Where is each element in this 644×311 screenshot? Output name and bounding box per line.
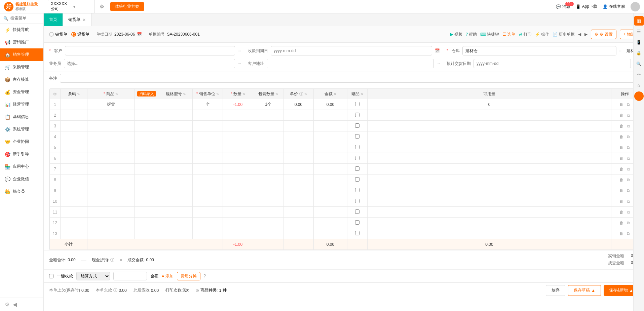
row-spec-1[interactable] bbox=[159, 99, 193, 110]
row-gift-4[interactable] bbox=[347, 131, 368, 142]
row-barcode-10[interactable] bbox=[61, 196, 87, 207]
row-gift-2[interactable] bbox=[347, 110, 368, 121]
row-amount-9[interactable] bbox=[314, 185, 347, 196]
row-amount-1[interactable]: 0.00 bbox=[314, 99, 347, 110]
sidebar-item-quick-nav[interactable]: ⚡ 快捷导航 bbox=[0, 24, 43, 36]
delete-icon-12[interactable]: 🗑 bbox=[619, 221, 623, 225]
customer-address-input[interactable] bbox=[267, 59, 434, 68]
expense-help-icon[interactable]: ? bbox=[204, 274, 206, 278]
sidebar-item-operation[interactable]: 📊 经营管理 bbox=[0, 98, 43, 111]
sidebar-item-finance[interactable]: 💰 资金管理 bbox=[0, 86, 43, 98]
row-barcode-6[interactable] bbox=[61, 153, 87, 164]
right-icon-search[interactable]: 🔍 bbox=[634, 59, 644, 69]
row-unit-price-2[interactable] bbox=[283, 110, 314, 121]
row-pack-qty-5[interactable] bbox=[253, 142, 283, 153]
delete-icon-9[interactable]: 🗑 bbox=[619, 188, 623, 193]
cash-discount-info-icon[interactable]: ⓘ bbox=[110, 257, 114, 263]
row-amount-4[interactable] bbox=[314, 131, 347, 142]
row-quantity-2[interactable] bbox=[223, 110, 253, 121]
save-draft-btn[interactable]: 保存草稿 ▲ bbox=[568, 285, 601, 296]
delete-icon-5[interactable]: 🗑 bbox=[619, 145, 623, 150]
payment-method-select[interactable]: 结算方式 bbox=[76, 272, 110, 280]
table-settings-icon[interactable]: ⚙ bbox=[53, 92, 57, 96]
product-type-radio-icon[interactable]: ⊙ bbox=[196, 288, 199, 293]
shortcut-btn[interactable]: ⌨ 快捷键 bbox=[480, 32, 499, 37]
row-amount-12[interactable] bbox=[314, 218, 347, 228]
row-unit-6[interactable] bbox=[193, 153, 223, 164]
row-unit-price-1[interactable]: 0.00 bbox=[283, 99, 314, 110]
copy-icon-2[interactable]: ⧉ bbox=[627, 113, 630, 118]
copy-icon-7[interactable]: ⧉ bbox=[627, 167, 630, 171]
settings-icon[interactable]: ⚙ bbox=[97, 2, 107, 12]
row-gift-1[interactable] bbox=[347, 99, 368, 110]
row-product-8[interactable] bbox=[87, 174, 135, 185]
row-barcode-11[interactable] bbox=[61, 207, 87, 218]
row-unit-8[interactable] bbox=[193, 174, 223, 185]
expense-btn[interactable]: 费用分摊 bbox=[177, 272, 200, 280]
sidebar-item-base[interactable]: 📋 基础信息 bbox=[0, 111, 43, 123]
copy-icon-9[interactable]: ⧉ bbox=[627, 188, 630, 193]
debt-info-icon[interactable]: ⓘ bbox=[113, 287, 117, 293]
row-quantity-4[interactable] bbox=[223, 131, 253, 142]
sidebar-item-purchase[interactable]: 🛒 采购管理 bbox=[0, 61, 43, 73]
row-gift-7[interactable] bbox=[347, 164, 368, 174]
select-btn[interactable]: ☰ 选单 bbox=[502, 32, 515, 37]
right-icon-star[interactable]: ☆ bbox=[634, 81, 644, 90]
row-quantity-11[interactable] bbox=[223, 207, 253, 218]
row-unit-5[interactable] bbox=[193, 142, 223, 153]
row-spec-12[interactable] bbox=[159, 218, 193, 228]
copy-icon-11[interactable]: ⧉ bbox=[627, 210, 630, 215]
row-unit-price-6[interactable] bbox=[283, 153, 314, 164]
online-support-button[interactable]: 👤 在线客服 bbox=[603, 4, 625, 9]
right-icon-table-view[interactable]: ▦ bbox=[634, 16, 644, 26]
trial-button[interactable]: 体验行业方案 bbox=[110, 2, 144, 11]
row-pack-qty-7[interactable] bbox=[253, 164, 283, 174]
history-btn[interactable]: 📄 历史单据 bbox=[553, 32, 575, 37]
row-spec-11[interactable] bbox=[159, 207, 193, 218]
row-spec-5[interactable] bbox=[159, 142, 193, 153]
message-button[interactable]: 💬 消息 99+ bbox=[556, 4, 570, 9]
row-gift-8[interactable] bbox=[347, 174, 368, 185]
address-more-icon[interactable]: ··· bbox=[437, 61, 440, 66]
gift-checkbox-11[interactable] bbox=[355, 209, 359, 214]
row-amount-2[interactable] bbox=[314, 110, 347, 121]
date-calendar-icon[interactable]: 📅 bbox=[137, 32, 142, 37]
sidebar-item-guide[interactable]: 🎯 新手引导 bbox=[0, 148, 43, 160]
gift-checkbox-12[interactable] bbox=[355, 220, 359, 225]
abandon-btn[interactable]: 放弃 bbox=[546, 285, 565, 296]
row-unit-price-3[interactable] bbox=[283, 121, 314, 131]
delete-icon-3[interactable]: 🗑 bbox=[619, 124, 623, 128]
row-unit-price-9[interactable] bbox=[283, 185, 314, 196]
row-unit-3[interactable] bbox=[193, 121, 223, 131]
delete-icon-2[interactable]: 🗑 bbox=[619, 113, 623, 118]
row-barcode-1[interactable] bbox=[61, 99, 87, 110]
sidebar-item-wechat[interactable]: 💬 企业微信 bbox=[0, 173, 43, 185]
gift-checkbox-1[interactable] bbox=[355, 102, 359, 106]
row-spec-8[interactable] bbox=[159, 174, 193, 185]
row-gift-12[interactable] bbox=[347, 218, 368, 228]
right-icon-mobile[interactable]: 📱 bbox=[634, 38, 644, 47]
row-pack-qty-4[interactable] bbox=[253, 131, 283, 142]
tab-sales-order[interactable]: 销货单 ✕ bbox=[63, 13, 91, 26]
row-quantity-13[interactable] bbox=[223, 228, 253, 239]
row-spec-9[interactable] bbox=[159, 185, 193, 196]
customer-more-icon[interactable]: ··· bbox=[238, 48, 241, 53]
row-barcode-9[interactable] bbox=[61, 185, 87, 196]
row-barcode-4[interactable] bbox=[61, 131, 87, 142]
row-pack-qty-10[interactable] bbox=[253, 196, 283, 207]
row-product-3[interactable] bbox=[87, 121, 135, 131]
gift-checkbox-10[interactable] bbox=[355, 199, 359, 203]
row-gift-13[interactable] bbox=[347, 228, 368, 239]
row-amount-13[interactable] bbox=[314, 228, 347, 239]
sidebar-item-inventory[interactable]: 📦 库存核算 bbox=[0, 73, 43, 86]
row-product-2[interactable] bbox=[87, 110, 135, 121]
gift-checkbox-8[interactable] bbox=[355, 177, 359, 182]
row-product-1[interactable]: 拆货 bbox=[87, 99, 135, 110]
copy-icon-5[interactable]: ⧉ bbox=[627, 145, 630, 150]
radio-sales[interactable]: 销货单 bbox=[49, 32, 67, 37]
company-selector[interactable]: XXXXXX公司 ▼ bbox=[48, 0, 95, 13]
row-amount-3[interactable] bbox=[314, 121, 347, 131]
delete-icon-6[interactable]: 🗑 bbox=[619, 156, 623, 161]
row-product-9[interactable] bbox=[87, 185, 135, 196]
delete-icon-8[interactable]: 🗑 bbox=[619, 178, 623, 182]
